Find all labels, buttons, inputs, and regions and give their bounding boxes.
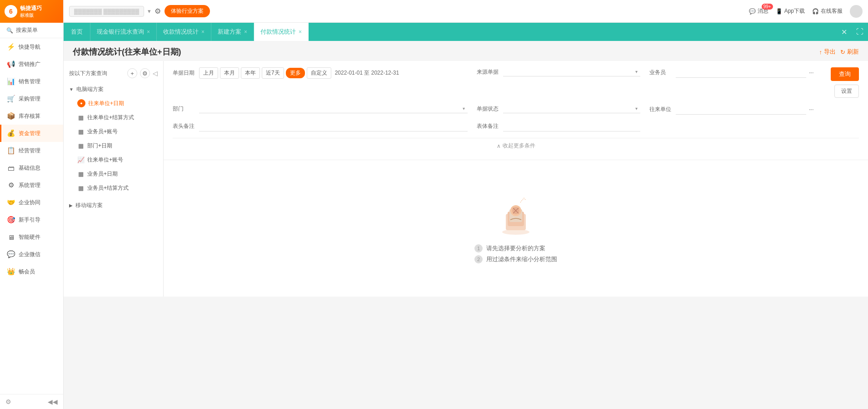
scheme-settings-btn[interactable]: ⚙: [140, 68, 150, 78]
sidebar-item-system[interactable]: ⚙ 系统管理: [0, 177, 63, 194]
tab-payment-close[interactable]: ×: [299, 29, 302, 35]
online-service-label: 在线客服: [821, 7, 843, 15]
export-icon: ↑: [819, 49, 823, 56]
tab-new-scheme-close[interactable]: ×: [244, 29, 247, 35]
scheme-item-label: 业务员+结算方式: [87, 184, 129, 192]
tip-text-1: 请先选择要分析的方案: [486, 244, 545, 252]
sidebar-item-vip[interactable]: 👑 畅会员: [0, 263, 63, 280]
scheme-item-label: 往来单位+日期: [88, 100, 124, 107]
salesman-input[interactable]: [676, 67, 806, 78]
header-note-label: 表头备注: [173, 122, 195, 130]
sidebar-item-hardware[interactable]: 🖥 智能硬件: [0, 228, 63, 246]
sidebar-item-basic[interactable]: 🗃 基础信息: [0, 159, 63, 177]
sidebar-item-marketing[interactable]: 📢 营销推广: [0, 56, 63, 73]
query-button[interactable]: 查询: [831, 67, 859, 81]
tab-bank-flow[interactable]: 现金银行流水查询 ×: [90, 23, 157, 41]
search-label: 搜索菜单: [16, 26, 38, 34]
date-7days-btn[interactable]: 近7天: [262, 67, 284, 79]
scheme-item-dept-date[interactable]: ▦ 部门+日期: [64, 139, 163, 153]
scheme-item-unit-date[interactable]: ● 往来单位+日期: [64, 96, 163, 111]
scheme-item-unit-payment[interactable]: ▦ 往来单位+结算方式: [64, 111, 163, 125]
salesman-dots[interactable]: ···: [809, 69, 813, 77]
sidebar-search[interactable]: 🔍 搜索菜单: [0, 23, 63, 38]
body-note-label: 表体备注: [477, 122, 499, 130]
scheme-panel-header: 按以下方案查询 + ⚙ ◁: [64, 66, 163, 83]
empty-illustration: [493, 193, 539, 239]
sidebar-settings-btn[interactable]: ⚙: [5, 398, 11, 405]
sidebar: 6 畅捷通巧 标准版 🔍 搜索菜单 ⚡ 快捷导航 📢 营销推广 📊 销售管理: [0, 0, 64, 409]
related-unit-input[interactable]: [676, 104, 806, 115]
nav-label: 资金管理: [19, 130, 40, 137]
scheme-item-salesman-payment[interactable]: ▦ 业务员+结算方式: [64, 181, 163, 195]
hardware-icon: 🖥: [7, 233, 15, 241]
collapse-more-btn[interactable]: ∧ 收起更多条件: [173, 138, 859, 153]
sidebar-item-sales[interactable]: 📊 销售管理: [0, 73, 63, 90]
topbar: ▓▓▓▓▓▓▓ ▓▓▓▓▓▓▓▓▓ ▾ ⚙ 体验行业方案 💬 消息 99+ 📱 …: [64, 0, 868, 23]
sidebar-item-enterprise[interactable]: 🤝 企业协同: [0, 194, 63, 211]
table-icon: ▦: [77, 171, 85, 178]
export-btn[interactable]: ↑ 导出: [819, 48, 836, 56]
mobile-scheme-category[interactable]: ▶ 移动端方案: [64, 199, 163, 212]
app-download-btn[interactable]: 📱 App下载: [776, 7, 805, 15]
refresh-btn[interactable]: ↻ 刷新: [840, 48, 859, 56]
body-note-input[interactable]: [503, 121, 641, 131]
right-panel: 单据日期 上月 本月 本年 近7天 更多 自定义 2022-01-01 至 20…: [164, 61, 868, 297]
empty-tip-1: 1 请先选择要分析的方案: [474, 244, 557, 252]
online-service-btn[interactable]: 🎧 在线客服: [812, 7, 843, 15]
tab-bank-flow-close[interactable]: ×: [147, 29, 150, 35]
sidebar-item-purchase[interactable]: 🛒 采购管理: [0, 90, 63, 107]
tab-payment-stats[interactable]: 付款情况统计 ×: [254, 23, 309, 41]
header-note-input[interactable]: [199, 121, 468, 131]
mobile-category-label: 移动端方案: [75, 202, 103, 209]
date-this-month-btn[interactable]: 本月: [220, 67, 239, 79]
tabbar: 首页 现金银行流水查询 × 收款情况统计 × 新建方案 × 付款情况统计 × ✕…: [64, 23, 868, 41]
tabbar-close-btn[interactable]: ✕: [837, 28, 852, 36]
tab-receipt-close[interactable]: ×: [201, 29, 205, 35]
date-custom-btn[interactable]: 自定义: [307, 67, 331, 79]
sidebar-item-quick-nav[interactable]: ⚡ 快捷导航: [0, 38, 63, 56]
topbar-chevron-icon[interactable]: ▾: [148, 8, 151, 15]
add-scheme-btn[interactable]: +: [127, 68, 137, 78]
sidebar-item-capital[interactable]: 💰 资金管理: [0, 125, 63, 142]
scheme-item-unit-account[interactable]: 📈 往来单位+账号: [64, 153, 163, 167]
sidebar-footer: ⚙ ◀◀: [0, 394, 63, 409]
pc-scheme-category[interactable]: ▼ 电脑端方案: [64, 83, 163, 96]
collapse-label: 收起更多条件: [503, 142, 535, 150]
export-label: 导出: [824, 48, 836, 56]
purchase-icon: 🛒: [7, 95, 15, 103]
edition-label: 标准版: [20, 12, 42, 19]
tab-home[interactable]: 首页: [64, 23, 90, 41]
scheme-active-circle: ●: [77, 99, 85, 107]
setting-button[interactable]: 设置: [834, 85, 859, 98]
tabbar-fullscreen-btn[interactable]: ⛶: [852, 28, 868, 36]
tab-receipt-stats[interactable]: 收款情况统计 ×: [157, 23, 211, 41]
voucher-status-select[interactable]: ▾: [503, 104, 641, 113]
sidebar-item-guide[interactable]: 🎯 新手引导: [0, 211, 63, 228]
date-this-year-btn[interactable]: 本年: [241, 67, 260, 79]
dept-select[interactable]: ▾: [199, 104, 468, 113]
sidebar-item-inventory[interactable]: 📦 库存核算: [0, 107, 63, 125]
user-avatar[interactable]: [850, 5, 863, 18]
tip-text-2: 用过滤条件来缩小分析范围: [486, 255, 557, 263]
sidebar-item-wechat[interactable]: 💬 企业微信: [0, 246, 63, 263]
voucher-date-label: 单据日期: [173, 69, 195, 77]
related-unit-dots[interactable]: ···: [809, 106, 813, 114]
scheme-item-salesman-date[interactable]: ▦ 业务员+日期: [64, 167, 163, 181]
scheme-collapse-btn[interactable]: ◁: [153, 70, 158, 77]
scheme-item-salesman-account[interactable]: ▦ 业务员+账号: [64, 125, 163, 139]
salesman-filter: 业务员 ···: [649, 67, 813, 78]
notification-btn[interactable]: 💬 消息 99+: [749, 7, 768, 15]
address-bar[interactable]: ▓▓▓▓▓▓▓ ▓▓▓▓▓▓▓▓▓: [69, 6, 144, 17]
source-select-arrow: ▾: [635, 69, 638, 74]
date-last-month-btn[interactable]: 上月: [199, 67, 218, 79]
results-section: 1 请先选择要分析的方案 2 用过滤条件来缩小分析范围: [164, 160, 868, 297]
source-voucher-select[interactable]: ▾: [503, 67, 641, 76]
source-voucher-label: 来源单据: [477, 68, 499, 76]
sidebar-collapse-btn[interactable]: ◀◀: [48, 398, 58, 405]
tab-new-scheme[interactable]: 新建方案 ×: [211, 23, 254, 41]
trial-button[interactable]: 体验行业方案: [165, 5, 210, 17]
topbar-gear-icon[interactable]: ⚙: [155, 7, 161, 15]
sidebar-item-operation[interactable]: 📋 经营管理: [0, 142, 63, 159]
refresh-label: 刷新: [847, 48, 859, 56]
date-more-btn[interactable]: 更多: [286, 68, 305, 78]
